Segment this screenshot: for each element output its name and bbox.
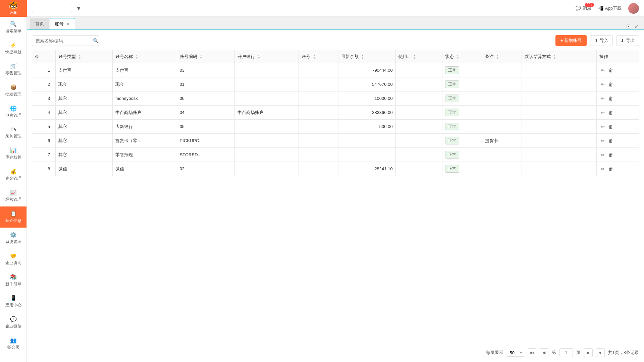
th-bank[interactable]: 开户银行 ▲▼ <box>235 50 299 63</box>
sidebar-item-system[interactable]: ⚙️ 系统管理 <box>0 228 26 249</box>
last-page-button[interactable]: ⏭ <box>596 348 605 357</box>
sidebar-item-inventory[interactable]: 📊 库存核算 <box>0 143 26 164</box>
row-use <box>395 92 442 106</box>
top-search-input[interactable] <box>32 4 72 13</box>
dropdown-button[interactable]: ▾ <box>77 5 80 12</box>
edit-button[interactable]: ✏ <box>599 95 606 102</box>
sort-arrows-settle: ▲▼ <box>553 54 556 60</box>
row-gear <box>32 134 42 148</box>
row-code: 04 <box>177 106 234 120</box>
row-name: 提货卡（零… <box>113 134 177 148</box>
row-use <box>395 120 442 134</box>
delete-button[interactable]: 🗑 <box>607 81 614 88</box>
th-status[interactable]: 状态 ▲▼ <box>442 50 482 63</box>
table-row: 6 其它 提货卡（零… PICKUPC... 正常 提货卡 ✏ 🗑 <box>32 134 639 148</box>
search-input[interactable] <box>32 35 99 46</box>
row-num: 5 <box>42 120 56 134</box>
tab-home[interactable]: 首页 <box>30 18 49 29</box>
sidebar-item-ecommerce[interactable]: 🌐 电商管理 <box>0 101 26 122</box>
sidebar-item-purchase[interactable]: 🛍 采购管理 <box>0 122 26 143</box>
sidebar-item-member[interactable]: 👥 畅会员 <box>0 333 26 354</box>
sidebar-item-wholesale[interactable]: 📦 批发管理 <box>0 80 26 101</box>
chat-icon: 💬 <box>10 316 17 322</box>
edit-button[interactable]: ✏ <box>599 123 606 130</box>
export-button[interactable]: ⬇ 导出 <box>616 35 639 46</box>
prev-page-button[interactable]: ◀ <box>540 348 548 357</box>
sidebar-item-label: 库存核算 <box>5 155 21 160</box>
sidebar-item-basic[interactable]: 📋 基础信息 <box>0 206 26 228</box>
per-page-select[interactable]: 50 100 <box>507 349 524 357</box>
sidebar-item-shortcuts[interactable]: ⚡ 快捷导航 <box>0 38 26 59</box>
message-button[interactable]: 💬 消息 99+ <box>576 5 591 11</box>
first-page-button[interactable]: ⏮ <box>528 348 536 357</box>
row-remark <box>482 63 522 77</box>
edit-button[interactable]: ✏ <box>599 152 606 158</box>
th-name[interactable]: 账号名称 ▲▼ <box>113 50 177 63</box>
row-code: 05 <box>177 120 234 134</box>
tab-minimize-button[interactable]: ⊡ <box>625 23 632 29</box>
row-num: 1 <box>42 63 56 77</box>
edit-button[interactable]: ✏ <box>599 166 606 172</box>
row-default-settle <box>522 92 597 106</box>
row-default-settle <box>522 120 597 134</box>
tab-fullscreen-button[interactable]: ⤢ <box>633 23 641 29</box>
edit-button[interactable]: ✏ <box>599 109 606 116</box>
tab-account-label: 账号 <box>55 21 64 27</box>
th-account[interactable]: 账号 ▲▼ <box>299 50 338 63</box>
row-account <box>299 162 338 176</box>
sidebar-item-label: 电商管理 <box>5 113 21 118</box>
topbar: ▾ 💬 消息 99+ 📲 App下载 <box>27 0 644 17</box>
add-account-button[interactable]: + 新增账号 <box>555 35 587 46</box>
delete-button[interactable]: 🗑 <box>607 152 614 158</box>
delete-button[interactable]: 🗑 <box>607 109 614 116</box>
th-default-settle[interactable]: 默认结算方式 ▲▼ <box>522 50 597 63</box>
next-page-button[interactable]: ▶ <box>584 348 593 357</box>
user-avatar[interactable] <box>628 3 639 14</box>
delete-button[interactable]: 🗑 <box>607 123 614 130</box>
edit-button[interactable]: ✏ <box>599 81 606 88</box>
row-balance: 28241.10 <box>338 162 395 176</box>
import-button[interactable]: ⬆ 导入 <box>590 35 613 46</box>
search-button[interactable]: 🔍 <box>93 38 99 43</box>
th-remark[interactable]: 备注 ▲▼ <box>482 50 522 63</box>
sidebar-item-label: 零售管理 <box>5 70 21 76</box>
th-balance[interactable]: 最新余额 ▲▼ <box>338 50 395 63</box>
sidebar-item-finance[interactable]: 💰 资金管理 <box>0 164 26 185</box>
th-action: 操作 <box>596 50 639 63</box>
page-number-input[interactable] <box>559 348 573 357</box>
sort-arrows-use: ▲▼ <box>413 54 416 60</box>
sidebar-item-operations[interactable]: 📈 经营管理 <box>0 185 26 206</box>
sidebar-item-guide[interactable]: 📚 新手引导 <box>0 270 26 291</box>
sidebar-item-label: 批发管理 <box>5 92 21 97</box>
money-icon: 💰 <box>10 168 17 175</box>
th-type[interactable]: 账号类型 ▲▼ <box>56 50 113 63</box>
delete-button[interactable]: 🗑 <box>607 67 614 74</box>
sidebar-item-retail[interactable]: 🛒 零售管理 <box>0 59 26 80</box>
sidebar-item-appcenter[interactable]: 📱 应用中心 <box>0 291 26 312</box>
edit-button[interactable]: ✏ <box>599 137 606 144</box>
sidebar-item-bizwechat[interactable]: 💬 企业微信 <box>0 312 26 333</box>
app-download-button[interactable]: 📲 App下载 <box>598 5 622 11</box>
sidebar-item-search[interactable]: 🔍 搜索菜单 <box>0 17 26 38</box>
delete-button[interactable]: 🗑 <box>607 137 614 144</box>
sidebar-item-enterprise[interactable]: 🤝 企业协同 <box>0 249 26 270</box>
row-gear <box>32 92 42 106</box>
delete-button[interactable]: 🗑 <box>607 95 614 102</box>
th-use[interactable]: 使用... ▲▼ <box>395 50 442 63</box>
row-actions: ✏ 🗑 <box>596 77 639 92</box>
info-icon: 📋 <box>10 210 17 217</box>
edit-button[interactable]: ✏ <box>599 67 606 74</box>
row-bank <box>235 162 299 176</box>
row-bank <box>235 134 299 148</box>
delete-button[interactable]: 🗑 <box>607 166 614 172</box>
page-unit-label: 页 <box>576 350 581 356</box>
tab-close-icon[interactable]: ✕ <box>66 22 70 26</box>
row-num: 8 <box>42 162 56 176</box>
row-code: 02 <box>177 162 234 176</box>
th-code[interactable]: 账号编码 ▲▼ <box>177 50 234 63</box>
row-name: 大新银行 <box>113 120 177 134</box>
tab-home-label: 首页 <box>35 21 44 27</box>
flash-icon: ⚡ <box>10 42 17 48</box>
tab-account[interactable]: 账号 ✕ <box>50 18 75 29</box>
row-balance: -90444.00 <box>338 63 395 77</box>
